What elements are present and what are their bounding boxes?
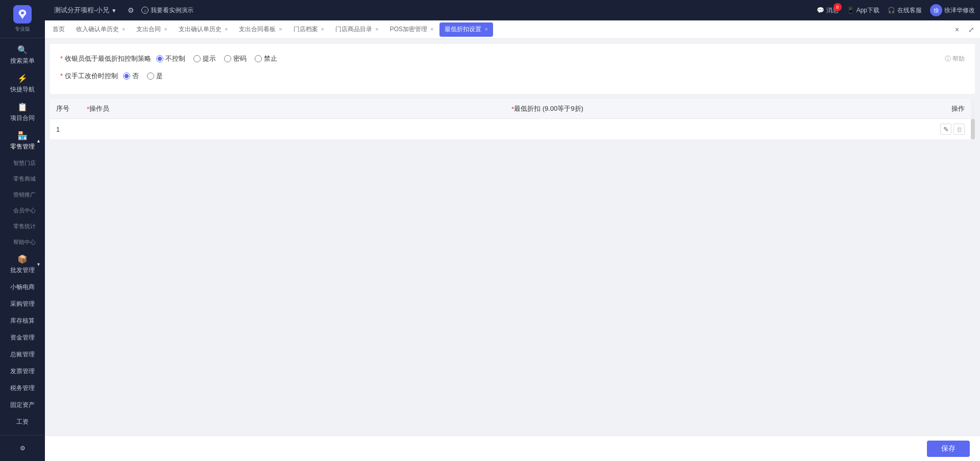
sidebar-item-batch-mgmt[interactable]: 📦 批发管理 ▼ bbox=[0, 250, 45, 279]
radio-manual-yes-input[interactable] bbox=[147, 72, 154, 80]
sidebar-item-retail-mall[interactable]: 零售商城 bbox=[0, 171, 45, 187]
message-icon: 💬 bbox=[817, 7, 824, 14]
help-link[interactable]: ⓘ 帮助 bbox=[945, 55, 965, 63]
radio-remind-input[interactable] bbox=[193, 55, 201, 62]
delete-row-button[interactable]: 🗑 bbox=[953, 124, 965, 135]
table-cell-min-discount bbox=[505, 119, 930, 139]
tab-store-files-label: 门店档案 bbox=[293, 25, 318, 34]
radio-password[interactable]: 密码 bbox=[224, 54, 247, 63]
save-button[interactable]: 保存 bbox=[927, 441, 970, 457]
message-badge: 8 bbox=[834, 3, 842, 11]
settings-icon: ⚙ bbox=[20, 445, 26, 452]
table-header-operator: 操作员 bbox=[81, 99, 505, 118]
app-download-button[interactable]: 📱 App下载 bbox=[847, 6, 879, 15]
table-scrollbar-track bbox=[971, 99, 975, 118]
sidebar-item-fixed-assets[interactable]: 固定资产 bbox=[0, 397, 45, 414]
tabs-right-actions: × ⤢ bbox=[951, 23, 977, 36]
topbar-gear-icon: ⚙ bbox=[128, 6, 134, 14]
demo-link[interactable]: ○ 我要看实例演示 bbox=[141, 6, 193, 15]
sidebar-item-retail-mall-label: 零售商城 bbox=[13, 175, 36, 183]
tab-income-confirm-history[interactable]: 收入确认单历史 × bbox=[71, 22, 130, 37]
delete-icon: 🗑 bbox=[956, 126, 963, 133]
tab-home[interactable]: 首页 bbox=[47, 22, 70, 37]
sidebar-item-tax-mgmt[interactable]: 税务管理 bbox=[0, 380, 45, 397]
sidebar-item-tax-mgmt-label: 税务管理 bbox=[10, 384, 35, 393]
tab-min-discount-setting-label: 最低折扣设置 bbox=[445, 25, 481, 34]
search-icon: 🔍 bbox=[17, 45, 28, 55]
table-header-seq: 序号 bbox=[50, 99, 81, 118]
sidebar-item-retail-stats[interactable]: 零售统计 bbox=[0, 219, 45, 234]
logo-icon bbox=[13, 5, 32, 23]
tab-payment-contract[interactable]: 支出合同 × bbox=[131, 22, 172, 37]
tab-payment-contract-board[interactable]: 支出合同看板 × bbox=[234, 22, 287, 37]
discount-strategy-row: 收银员低于最低折扣控制策略 不控制 提示 密码 bbox=[60, 54, 965, 63]
radio-forbid[interactable]: 禁止 bbox=[255, 54, 277, 63]
tab-store-product-catalog[interactable]: 门店商品目录 × bbox=[330, 22, 383, 37]
tab-store-files-close[interactable]: × bbox=[321, 27, 324, 32]
radio-manual-yes[interactable]: 是 bbox=[147, 71, 163, 81]
radio-no-control[interactable]: 不控制 bbox=[156, 54, 185, 63]
sidebar-item-finance-label: 资金管理 bbox=[10, 333, 35, 342]
quick-nav-icon: ⚡ bbox=[17, 74, 28, 83]
radio-forbid-input[interactable] bbox=[255, 55, 262, 62]
tab-store-product-catalog-close[interactable]: × bbox=[375, 27, 378, 32]
tab-payment-contract-label: 支出合同 bbox=[136, 25, 161, 34]
tab-payment-confirm-history-close[interactable]: × bbox=[225, 27, 228, 32]
radio-remind[interactable]: 提示 bbox=[193, 54, 216, 63]
sidebar-item-project-contract-label: 项目合同 bbox=[10, 114, 35, 123]
manual-price-label: 仅手工改价时控制 bbox=[60, 71, 118, 81]
sidebar-item-marketing[interactable]: 营销推广 bbox=[0, 187, 45, 203]
sidebar-item-help-center[interactable]: 帮助中心 bbox=[0, 234, 45, 250]
topbar-settings-button[interactable]: ⚙ bbox=[125, 5, 136, 16]
sidebar-item-batch-mgmt-label: 批发管理 bbox=[10, 266, 35, 275]
sidebar-item-member-center[interactable]: 会员中心 bbox=[0, 203, 45, 219]
tab-min-discount-setting[interactable]: 最低折扣设置 × bbox=[439, 22, 493, 37]
sidebar-settings-button[interactable]: ⚙ bbox=[2, 441, 43, 456]
project-dropdown-icon: ▾ bbox=[112, 7, 116, 14]
project-selector[interactable]: 测试分开项程-小兄 ▾ bbox=[50, 4, 120, 17]
tabs-expand-button[interactable]: ⤢ bbox=[965, 23, 977, 36]
radio-manual-no-input[interactable] bbox=[123, 72, 130, 80]
sidebar-item-invoice-mgmt[interactable]: 发票管理 bbox=[0, 363, 45, 380]
tab-payment-contract-close[interactable]: × bbox=[164, 27, 167, 32]
radio-manual-yes-label: 是 bbox=[156, 71, 163, 81]
tab-pos-password-mgmt-close[interactable]: × bbox=[430, 27, 433, 32]
table-card: 序号 操作员 最低折扣 (9.00等于9折) 操作 1 bbox=[50, 99, 975, 140]
sidebar-item-purchase-mgmt-label: 采购管理 bbox=[10, 300, 35, 308]
sidebar-item-project-contract[interactable]: 📋 项目合同 bbox=[0, 98, 45, 127]
sidebar-item-inventory[interactable]: 库存核算 bbox=[0, 312, 45, 329]
batch-mgmt-arrow-icon: ▼ bbox=[36, 262, 41, 267]
tab-payment-contract-board-close[interactable]: × bbox=[279, 27, 282, 32]
radio-no-control-input[interactable] bbox=[156, 55, 163, 62]
tab-payment-confirm-history[interactable]: 支出确认单历史 × bbox=[174, 22, 233, 37]
tab-store-files[interactable]: 门店档案 × bbox=[288, 22, 329, 37]
sidebar-item-salary[interactable]: 工资 bbox=[0, 414, 45, 430]
sidebar-item-accounting[interactable]: 总账管理 bbox=[0, 346, 45, 363]
edit-row-button[interactable]: ✎ bbox=[940, 124, 951, 135]
radio-no-control-label: 不控制 bbox=[165, 54, 185, 63]
radio-password-input[interactable] bbox=[224, 55, 231, 62]
sidebar-item-retail-mgmt[interactable]: 🏪 零售管理 ▲ bbox=[0, 127, 45, 155]
tab-income-confirm-history-close[interactable]: × bbox=[122, 27, 125, 32]
tab-pos-password-mgmt[interactable]: POS加密管理 × bbox=[385, 22, 439, 37]
table-cell-seq: 1 bbox=[50, 119, 81, 139]
sidebar-item-search[interactable]: 🔍 搜索菜单 bbox=[0, 41, 45, 69]
online-service-button[interactable]: 🎧 在线客服 bbox=[888, 6, 922, 15]
sidebar-item-ecommerce[interactable]: 小畅电商 bbox=[0, 279, 45, 296]
table-scrollbar-thumb[interactable] bbox=[971, 119, 975, 139]
user-menu[interactable]: 徐 徐泽华修改 bbox=[930, 4, 975, 16]
tab-min-discount-setting-close[interactable]: × bbox=[484, 27, 487, 32]
table-cell-action: ✎ 🗑 bbox=[930, 119, 971, 139]
tabs-close-button[interactable]: × bbox=[951, 23, 963, 36]
sidebar-item-smart-store[interactable]: 智慧门店 bbox=[0, 155, 45, 171]
tab-pos-password-mgmt-label: POS加密管理 bbox=[390, 25, 427, 34]
sidebar-item-member-center-label: 会员中心 bbox=[13, 207, 36, 214]
bottom-bar: 保存 bbox=[45, 435, 980, 461]
message-button[interactable]: 💬 消息 8 bbox=[817, 6, 839, 15]
sidebar-item-quick-nav[interactable]: ⚡ 快捷导航 bbox=[0, 69, 45, 98]
radio-manual-no[interactable]: 否 bbox=[123, 71, 139, 81]
sidebar-item-purchase-mgmt[interactable]: 采购管理 bbox=[0, 296, 45, 312]
content-area: 收银员低于最低折扣控制策略 不控制 提示 密码 bbox=[45, 39, 980, 435]
sidebar-item-invoice-mgmt-label: 发票管理 bbox=[10, 367, 35, 376]
sidebar-item-finance[interactable]: 资金管理 bbox=[0, 329, 45, 346]
